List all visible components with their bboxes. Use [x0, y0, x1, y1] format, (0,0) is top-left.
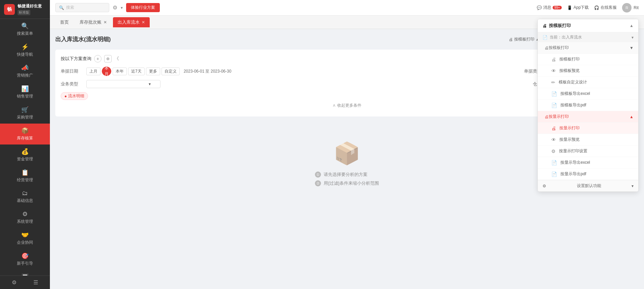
messages-btn[interactable]: 💬 消息 99+ — [537, 5, 562, 10]
purchase-icon: 🛒 — [21, 106, 29, 113]
template-preview-label: 按模板预览 — [559, 68, 580, 74]
date-btn-more[interactable]: 更多 — [146, 68, 160, 75]
sidebar-settings-icon[interactable]: ⚙ — [12, 279, 17, 286]
display-print-section-header: 🖨 按显示打印 ▲ — [538, 111, 638, 123]
template-export-excel-item[interactable]: 📄 按模板导出excel — [538, 88, 638, 100]
sidebar-item-marketing[interactable]: 📣 营销推广 — [0, 61, 50, 82]
dropdown-title-text: 按模板打印 — [549, 23, 571, 29]
topbar-right: 💬 消息 99+ 📱 App下载 🎧 在线客服 R Rit — [537, 3, 639, 12]
filter-business-type-label: 业务类型 — [61, 81, 81, 87]
step-2-text: 用[过滤]条件来缩小分析范围 — [324, 180, 379, 186]
display-print-section-icon: 🖨 — [545, 114, 549, 119]
topbar-dropdown-icon[interactable]: ▾ — [121, 5, 123, 10]
filter-add-btn[interactable]: + — [94, 55, 101, 62]
sidebar-label-search: 搜索菜单 — [17, 31, 33, 36]
topbar: 🔍 搜索 ⚙ ▾ 体验行业方案 💬 消息 99+ 📱 App下载 🎧 在线客服 — [50, 0, 644, 16]
sidebar-item-collab[interactable]: 🤝 企业协同 — [0, 228, 50, 249]
sidebar-item-inventory[interactable]: 📦 库存核算 — [0, 124, 50, 144]
app-download-label: App下载 — [574, 5, 589, 10]
sidebar-item-quicknav[interactable]: ⚡ 快捷导航 — [0, 40, 50, 61]
collab-icon: 🤝 — [21, 231, 29, 239]
date-btn-last-month[interactable]: 上月 — [86, 68, 100, 75]
empty-illustration: 📦 — [333, 141, 360, 166]
sidebar-label-inventory: 库存核算 — [17, 135, 33, 141]
template-export-pdf-item[interactable]: 📄 按模板导出pdf — [538, 100, 638, 111]
tab-batch-account-close[interactable]: ✕ — [104, 20, 107, 25]
logo-text-block: 畅捷通好生意 标准版 — [18, 3, 42, 15]
sidebar-logo: 畅 畅捷通好生意 标准版 — [0, 0, 50, 19]
sidebar-item-search[interactable]: 🔍 搜索菜单 — [0, 19, 50, 40]
print-template-btn[interactable]: 🖨 按模板打印 ▲ — [506, 35, 542, 44]
sidebar-item-basic[interactable]: 🗂 基础信息 — [0, 186, 50, 207]
tab-batch-account[interactable]: 库存批次账 ✕ — [75, 17, 112, 27]
messages-badge: 99+ — [553, 6, 562, 9]
sidebar-item-appcenter[interactable]: 🔲 应用中心 — [0, 270, 50, 275]
sidebar-scroll: 🔍 搜索菜单 ⚡ 快捷导航 📣 营销推广 📊 销售管理 🛒 采购管理 📦 库存核… — [0, 19, 50, 275]
online-service-btn[interactable]: 🎧 在线客服 — [594, 5, 617, 10]
date-btn-7days[interactable]: 近7天 — [128, 68, 145, 75]
date-btn-this-month[interactable]: 本月 — [102, 67, 111, 76]
dropdown-header-chevron[interactable]: ▲ — [630, 23, 634, 28]
display-preview-item[interactable]: 👁 按显示预览 — [538, 134, 638, 146]
sidebar-menu-icon[interactable]: ☰ — [33, 279, 38, 286]
tab-inventory-flow[interactable]: 出入库流水 ✕ — [113, 17, 150, 27]
topbar-gear-icon[interactable]: ⚙ — [113, 4, 117, 11]
dropdown-title: 🖨 按模板打印 — [543, 23, 571, 29]
date-btn-custom[interactable]: 自定义 — [162, 68, 180, 75]
filter-tag[interactable]: ● 流水明细 — [61, 92, 88, 100]
date-btn-this-year[interactable]: 本年 — [113, 68, 127, 75]
page-title: 出入库流水(流水明细) — [55, 35, 111, 43]
display-export-pdf-label: 按显示导出pdf — [560, 171, 586, 177]
filter-date-buttons: 上月 本月 本年 近7天 更多 自定义 2023-06-01 至 2023-06… — [86, 67, 231, 76]
filter-date-label: 单据日期 — [61, 68, 81, 74]
dropdown-current: 📄 当前：出入库流水 ▾ — [538, 32, 638, 42]
template-export-excel-label: 按模板导出excel — [560, 91, 590, 97]
sidebar-item-operation[interactable]: 📋 经营管理 — [0, 165, 50, 186]
sidebar-item-system[interactable]: ⚙ 系统管理 — [0, 207, 50, 228]
template-custom-item[interactable]: ✏ 模板自定义设计 — [538, 77, 638, 88]
trial-btn[interactable]: 体验行业方案 — [126, 3, 160, 12]
tab-inventory-flow-close[interactable]: ✕ — [142, 20, 145, 25]
topbar-search-box[interactable]: 🔍 搜索 — [55, 3, 109, 12]
app-download-btn[interactable]: 📱 App下载 — [567, 5, 589, 10]
dropdown-footer[interactable]: ⚙ 设置默认功能 ▾ — [538, 180, 638, 191]
filter-collapse-btn[interactable]: 《 — [114, 56, 119, 62]
template-preview-item[interactable]: 👁 按模板预览 — [538, 65, 638, 77]
sales-icon: 📊 — [21, 85, 29, 93]
tag-label: 流水明细 — [68, 93, 84, 99]
filter-business-type-select[interactable]: ▾ — [86, 80, 160, 88]
dropdown-print-icon: 🖨 — [543, 23, 547, 28]
search-icon: 🔍 — [21, 22, 29, 30]
sidebar-item-guide[interactable]: 🎯 新手引导 — [0, 249, 50, 270]
template-export-pdf-label: 按模板导出pdf — [560, 102, 586, 108]
sidebar-item-sales[interactable]: 📊 销售管理 — [0, 82, 50, 103]
display-export-excel-item[interactable]: 📄 按显示导出excel — [538, 157, 638, 168]
user-profile[interactable]: R Rit — [622, 3, 639, 12]
display-preview-label: 按显示预览 — [559, 137, 580, 142]
sidebar-label-system: 系统管理 — [17, 219, 33, 225]
template-print-item[interactable]: 🖨 按模板打印 — [538, 54, 638, 65]
template-preview-icon: 👁 — [551, 68, 556, 74]
sidebar: 畅 畅捷通好生意 标准版 🔍 搜索菜单 ⚡ 快捷导航 📣 营销推广 📊 销售管理… — [0, 0, 50, 289]
sidebar-label-operation: 经营管理 — [17, 177, 33, 183]
display-export-pdf-item[interactable]: 📄 按显示导出pdf — [538, 168, 638, 180]
display-print-label: 按显示打印 — [559, 125, 580, 131]
tab-batch-account-label: 库存批次账 — [80, 19, 101, 25]
system-icon: ⚙ — [22, 210, 28, 218]
display-section-chevron: ▲ — [630, 114, 634, 119]
online-service-label: 在线客服 — [601, 5, 617, 10]
display-print-settings-item[interactable]: ⚙ 按显示打印设置 — [538, 146, 638, 157]
display-print-section-label: 按显示打印 — [549, 114, 569, 120]
dropdown-current-label: 当前：出入库流水 — [550, 34, 582, 40]
sidebar-label-guide: 新手引导 — [17, 261, 33, 266]
display-print-icon: 🖨 — [551, 126, 556, 131]
guide-icon: 🎯 — [21, 252, 29, 260]
sidebar-item-purchase[interactable]: 🛒 采购管理 — [0, 103, 50, 124]
template-print-section-label: 按模板打印 — [549, 45, 569, 51]
tab-home[interactable]: 首页 — [55, 17, 74, 27]
inventory-icon: 📦 — [21, 127, 29, 134]
messages-icon: 💬 — [537, 5, 542, 10]
filter-setting-btn[interactable]: ⊕ — [104, 55, 112, 62]
sidebar-item-finance[interactable]: 💰 资金管理 — [0, 144, 50, 165]
display-print-item[interactable]: 🖨 按显示打印 — [538, 123, 638, 134]
